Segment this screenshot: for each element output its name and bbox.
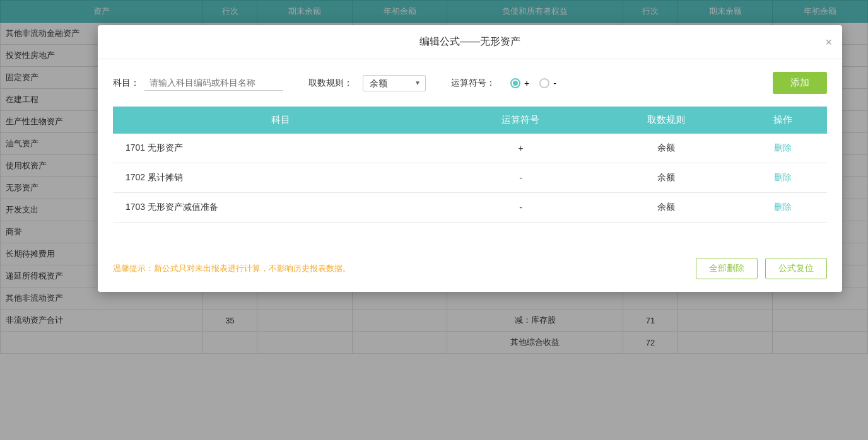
rule-label: 取数规则： (308, 78, 353, 89)
modal-footer: 温馨提示：新公式只对未出报表进行计算，不影响历史报表数据。 全部删除 公式复位 (98, 248, 842, 292)
add-button[interactable]: 添加 (773, 72, 827, 94)
operator-plus-label: + (524, 78, 529, 88)
table-row: 1702 累计摊销 - 余额 删除 (113, 163, 827, 193)
subject-input[interactable] (144, 75, 283, 91)
operator-group: 运算符号： + - (451, 78, 556, 89)
reset-formula-button[interactable]: 公式复位 (765, 258, 827, 279)
modal-title: 编辑公式——无形资产 (419, 35, 520, 49)
row2-delete-button[interactable]: 删除 (774, 172, 792, 182)
row1-delete-button[interactable]: 删除 (774, 142, 792, 153)
row3-rule: 余额 (594, 193, 739, 223)
delete-all-button[interactable]: 全部删除 (696, 258, 758, 279)
row1-subject: 1701 无形资产 (113, 134, 448, 163)
row1-rule: 余额 (594, 134, 739, 163)
col-rule: 取数规则 (594, 107, 739, 134)
close-icon[interactable]: × (825, 37, 832, 48)
operator-minus-option[interactable]: - (539, 78, 556, 88)
row2-action-cell: 删除 (739, 163, 827, 193)
radio-plus-icon (510, 78, 520, 88)
row3-action-cell: 删除 (739, 193, 827, 223)
table-row: 1703 无形资产减值准备 - 余额 删除 (113, 193, 827, 223)
subject-label: 科目： (113, 78, 139, 89)
edit-formula-modal: 编辑公式——无形资产 × 科目： 取数规则： 余额 借方发生额 贷方发生额 ▼ … (98, 25, 842, 292)
row2-subject: 1702 累计摊销 (113, 163, 448, 193)
formula-form-row: 科目： 取数规则： 余额 借方发生额 贷方发生额 ▼ 运算符号： + (113, 72, 827, 94)
row2-rule: 余额 (594, 163, 739, 193)
col-operator: 运算符号 (448, 107, 594, 134)
row1-action-cell: 删除 (739, 134, 827, 163)
row1-operator: + (448, 134, 594, 163)
row3-subject: 1703 无形资产减值准备 (113, 193, 448, 223)
col-subject: 科目 (113, 107, 448, 134)
footer-buttons: 全部删除 公式复位 (696, 258, 827, 279)
operator-plus-option[interactable]: + (510, 78, 529, 88)
modal-header: 编辑公式——无形资产 × (98, 25, 842, 59)
rule-select[interactable]: 余额 借方发生额 贷方发生额 (363, 75, 426, 91)
rule-section: 取数规则： 余额 借方发生额 贷方发生额 ▼ (308, 75, 426, 91)
operator-label: 运算符号： (451, 78, 495, 89)
formula-table: 科目 运算符号 取数规则 操作 1701 无形资产 + 余额 删除 1702 累… (113, 107, 827, 223)
radio-minus-icon (539, 78, 549, 88)
modal-body: 科目： 取数规则： 余额 借方发生额 贷方发生额 ▼ 运算符号： + (98, 59, 842, 248)
col-action: 操作 (739, 107, 827, 134)
hint-text: 温馨提示：新公式只对未出报表进行计算，不影响历史报表数据。 (113, 263, 351, 274)
operator-minus-label: - (553, 78, 556, 88)
table-row: 1701 无形资产 + 余额 删除 (113, 134, 827, 163)
row3-delete-button[interactable]: 删除 (774, 202, 792, 212)
rule-select-wrap[interactable]: 余额 借方发生额 贷方发生额 ▼ (363, 75, 426, 91)
row3-operator: - (448, 193, 594, 223)
row2-operator: - (448, 163, 594, 193)
